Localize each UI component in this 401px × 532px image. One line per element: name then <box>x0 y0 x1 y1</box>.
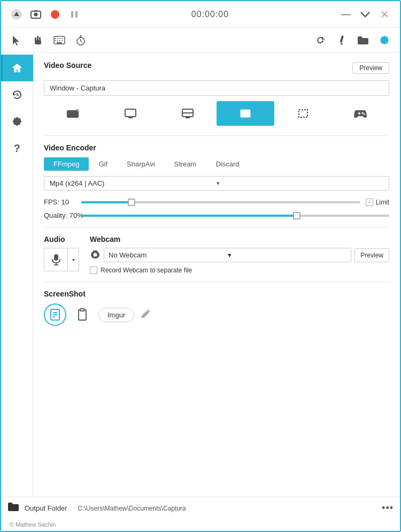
svg-rect-4 <box>34 10 37 12</box>
source-full-monitor-btn[interactable] <box>102 101 159 126</box>
webcam-preview-button[interactable]: Preview <box>354 248 389 262</box>
codec-dropdown[interactable]: Mp4 (x264 | AAC) ▾ <box>44 176 389 191</box>
video-source-preview-button[interactable]: Preview <box>352 62 389 74</box>
fps-slider-right: ✓ Limit <box>366 199 389 206</box>
upload-icon[interactable] <box>10 7 24 21</box>
cursor-tool-icon[interactable] <box>10 33 24 47</box>
svg-rect-42 <box>299 110 307 117</box>
audio-header: Audio <box>44 235 79 244</box>
fps-limit-label: Limit <box>376 199 389 206</box>
audio-dropdown-arrow[interactable]: ▾ <box>67 248 79 271</box>
quality-slider-row: Quality: 70% <box>44 211 389 219</box>
svg-rect-47 <box>54 254 58 261</box>
minimize-button[interactable]: — <box>339 7 353 21</box>
fps-label: FPS: 10 <box>44 198 76 206</box>
quality-label: Quality: 70% <box>44 211 76 219</box>
footer-more-button[interactable]: ••• <box>382 503 394 514</box>
fps-slider-fill <box>81 201 132 203</box>
enc-tab-discard[interactable]: Discard <box>206 157 249 171</box>
sidebar-item-home[interactable] <box>1 55 33 81</box>
audio-control: ▾ <box>44 248 79 271</box>
source-icons-row <box>44 101 389 126</box>
fps-slider-row: FPS: 10 ✓ Limit <box>44 198 389 206</box>
svg-rect-34 <box>125 109 136 117</box>
svg-rect-12 <box>35 40 41 44</box>
webcam-check-row: Record Webcam to separate file <box>90 267 389 274</box>
main-layout: ? Video Source Preview Window - Captura <box>1 52 400 497</box>
keyboard-tool-icon[interactable] <box>52 33 66 47</box>
toolbar <box>1 28 400 52</box>
audio-mic-button[interactable] <box>44 248 67 271</box>
encoder-tabs: FFmpeg Gif SharpAvi Stream Discard <box>44 157 389 171</box>
quality-slider-track[interactable] <box>81 215 389 217</box>
codec-dropdown-arrow: ▾ <box>217 180 383 187</box>
webcam-section: Webcam No Webcam ▾ <box>90 235 389 274</box>
hand-tool-icon[interactable] <box>31 33 45 47</box>
divider-1 <box>44 135 389 136</box>
webcam-separate-checkbox[interactable] <box>90 267 97 274</box>
source-monitor-btn[interactable] <box>159 101 217 126</box>
svg-point-46 <box>364 113 365 115</box>
source-window-btn[interactable] <box>217 101 274 126</box>
title-bar: 00:00:00 — ✕ <box>1 1 400 28</box>
svg-marker-29 <box>340 43 343 45</box>
video-encoder-header: Video Encoder <box>44 143 389 152</box>
timer-tool-icon[interactable] <box>74 33 88 47</box>
codec-value: Mp4 (x264 | AAC) <box>50 179 217 187</box>
svg-rect-7 <box>75 11 78 18</box>
sidebar-item-settings[interactable] <box>1 108 33 135</box>
fps-slider-track[interactable] <box>81 201 360 203</box>
title-bar-left <box>10 7 81 21</box>
refresh-icon[interactable] <box>313 33 327 47</box>
footer: Output Folder C:\Users\Mathew\Documents\… <box>1 497 400 519</box>
screenshot-icons-row: Imgur <box>44 303 389 326</box>
expand-button[interactable] <box>358 7 372 21</box>
screenshot-file-icon[interactable] <box>44 303 66 326</box>
content: Video Source Preview Window - Captura <box>33 52 400 497</box>
toolbar-right <box>313 33 391 47</box>
svg-rect-32 <box>67 110 79 118</box>
webcam-value: No Webcam <box>109 251 228 259</box>
divider-2 <box>44 227 389 227</box>
source-camera-btn[interactable] <box>44 101 102 126</box>
svg-rect-6 <box>71 11 73 18</box>
webcam-header: Webcam <box>90 235 389 244</box>
source-region-btn[interactable] <box>274 101 332 126</box>
svg-rect-28 <box>340 35 344 43</box>
quality-slider-thumb[interactable] <box>293 212 300 219</box>
screenshot-imgur-button[interactable]: Imgur <box>98 308 134 322</box>
app-window: 00:00:00 — ✕ <box>0 0 401 532</box>
record-icon[interactable] <box>48 7 62 21</box>
webcam-camera-icon <box>90 249 101 261</box>
screenshot-pen-icon[interactable] <box>141 308 151 322</box>
svg-line-25 <box>81 41 82 42</box>
video-source-input[interactable]: Window - Captura <box>44 80 389 96</box>
pause-icon[interactable] <box>67 7 81 21</box>
enc-tab-stream[interactable]: Stream <box>165 157 206 171</box>
fps-limit-checkbox[interactable]: ✓ <box>366 199 373 206</box>
audio-section: Audio ▾ <box>44 235 79 274</box>
enc-tab-sharpavi[interactable]: SharpAvi <box>117 157 165 171</box>
webcam-dropdown-arrow: ▾ <box>228 251 347 259</box>
toolbar-left <box>10 33 88 47</box>
open-folder-icon[interactable] <box>356 33 370 47</box>
sidebar-item-help[interactable]: ? <box>1 135 33 162</box>
footer-folder-icon[interactable] <box>7 502 19 514</box>
webcam-row: No Webcam ▾ Preview <box>90 248 389 262</box>
enc-tab-ffmpeg[interactable]: FFmpeg <box>44 157 89 171</box>
divider-3 <box>44 282 389 282</box>
settings-icon[interactable] <box>377 33 391 47</box>
close-button[interactable]: ✕ <box>377 7 391 21</box>
audio-webcam-row: Audio ▾ <box>44 235 389 274</box>
timer-display: 00:00:00 <box>87 10 334 19</box>
pen-icon[interactable] <box>335 33 349 47</box>
enc-tab-gif[interactable]: Gif <box>89 157 117 171</box>
quality-slider-fill <box>81 215 297 217</box>
source-gamepad-btn[interactable] <box>331 101 389 126</box>
sidebar-item-history[interactable] <box>1 81 33 108</box>
footer-path: C:\Users\Mathew\Documents\Captura <box>78 505 372 512</box>
screenshot-icon[interactable] <box>29 7 43 21</box>
screenshot-clipboard-icon[interactable] <box>73 305 92 324</box>
fps-slider-thumb[interactable] <box>128 199 135 206</box>
webcam-dropdown[interactable]: No Webcam ▾ <box>104 248 351 262</box>
